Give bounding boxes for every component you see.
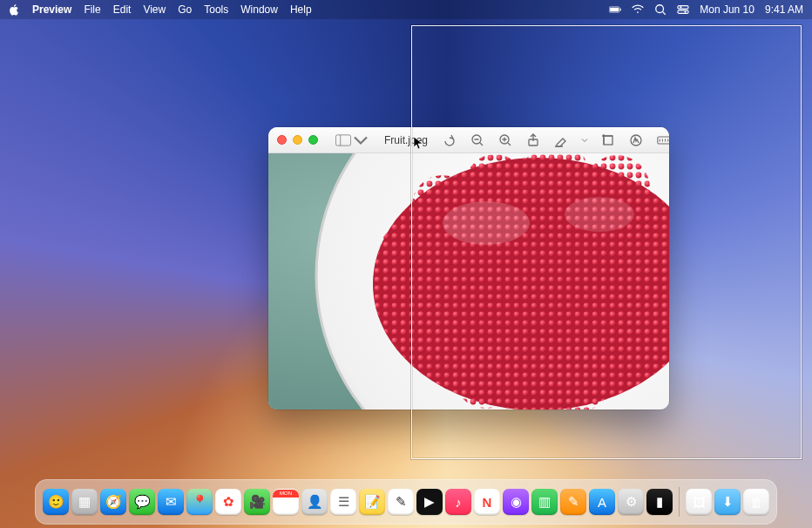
markup-button[interactable] (628, 132, 644, 148)
dock-app-photos[interactable]: ✿ (215, 489, 241, 515)
dock-app-launchpad[interactable]: ▦ (71, 489, 98, 515)
svg-rect-9 (335, 134, 350, 145)
spotlight-icon[interactable] (654, 3, 667, 16)
menu-bar: Preview File Edit View Go Tools Window H… (0, 0, 812, 19)
preview-window[interactable]: Fruit.jpeg (268, 127, 669, 410)
dock-app-music[interactable]: ♪ (445, 489, 471, 515)
svg-rect-2 (620, 9, 621, 11)
control-center-icon[interactable] (677, 3, 689, 16)
dock-app-tv[interactable]: ▶︎ (416, 489, 443, 515)
menu-edit[interactable]: Edit (113, 3, 132, 16)
dock-app-downloads[interactable]: ⬇︎ (714, 489, 741, 515)
apple-menu-icon[interactable] (9, 4, 20, 16)
svg-point-3 (656, 5, 664, 13)
svg-point-46 (394, 296, 457, 359)
dock: 🙂▦🧭💬✉︎📍✿🎥MON10👤☰📝✎▶︎♪N◉▥✎A⚙︎▮🖼⬇︎🗑 (35, 479, 777, 525)
dock-app-appstore[interactable]: A (589, 489, 615, 515)
dock-app-settings[interactable]: ⚙︎ (618, 489, 644, 515)
menu-tools[interactable]: Tools (204, 3, 228, 16)
svg-point-45 (453, 342, 519, 409)
dock-app-preview[interactable]: 🖼 (686, 489, 712, 515)
zoom-in-button[interactable] (497, 132, 513, 148)
rotate-left-button[interactable] (442, 132, 457, 148)
menu-date[interactable]: Mon Jun 10 (700, 3, 754, 16)
svg-point-6 (680, 6, 681, 8)
svg-rect-7 (678, 10, 688, 14)
dock-app-finder[interactable]: 🙂 (43, 489, 69, 515)
dock-app-podcasts[interactable]: ◉ (503, 489, 529, 515)
window-titlebar[interactable]: Fruit.jpeg (268, 127, 669, 153)
dock-app-freeform[interactable]: ✎ (388, 489, 414, 515)
svg-rect-5 (678, 6, 688, 10)
menu-view[interactable]: View (143, 3, 166, 16)
share-button[interactable] (525, 132, 541, 148)
fullscreen-button[interactable] (308, 135, 318, 145)
dock-app-calendar[interactable]: MON10 (273, 489, 299, 515)
dock-app-facetime[interactable]: 🎥 (244, 489, 270, 515)
dock-app-messages[interactable]: 💬 (129, 489, 155, 515)
menu-window[interactable]: Window (240, 3, 278, 16)
svg-line-12 (480, 143, 483, 146)
dock-app-news[interactable]: N (474, 489, 500, 515)
dock-app-pages[interactable]: ✎ (560, 489, 586, 515)
svg-point-47 (443, 201, 530, 245)
inspector-button[interactable] (656, 132, 669, 148)
svg-line-4 (663, 12, 666, 15)
svg-point-8 (685, 10, 687, 12)
highlight-button[interactable] (553, 132, 569, 148)
svg-rect-20 (604, 136, 612, 145)
svg-point-48 (565, 197, 634, 232)
crop-button[interactable] (600, 132, 616, 148)
svg-rect-1 (610, 8, 619, 12)
dock-app-numbers[interactable]: ▥ (531, 489, 558, 515)
menu-file[interactable]: File (84, 3, 100, 16)
battery-icon[interactable] (609, 3, 621, 16)
preview-toolbar (442, 132, 669, 148)
dock-app-trash[interactable]: 🗑 (743, 489, 769, 515)
close-button[interactable] (277, 135, 287, 145)
chevron-down-icon[interactable] (581, 138, 588, 143)
minimize-button[interactable] (293, 135, 302, 145)
dock-app-safari[interactable]: 🧭 (100, 489, 126, 515)
dock-app-maps[interactable]: 📍 (186, 489, 213, 515)
sidebar-toggle[interactable] (335, 134, 369, 146)
menu-go[interactable]: Go (178, 3, 192, 16)
zoom-out-button[interactable] (470, 132, 485, 148)
dock-app-notes[interactable]: 📝 (359, 489, 385, 515)
menu-help[interactable]: Help (290, 3, 312, 16)
dock-app-contacts[interactable]: 👤 (301, 489, 328, 515)
dock-app-reminders[interactable]: ☰ (330, 489, 356, 515)
svg-line-15 (508, 143, 511, 146)
dock-separator (679, 487, 680, 517)
image-viewport[interactable] (268, 153, 669, 410)
wifi-icon[interactable] (632, 3, 644, 16)
cursor-icon (414, 137, 423, 150)
dock-app-mail[interactable]: ✉︎ (158, 489, 184, 515)
dock-app-iphone-mirror[interactable]: ▮ (646, 489, 673, 515)
app-name[interactable]: Preview (32, 3, 71, 16)
menu-time[interactable]: 9:41 AM (765, 3, 803, 16)
window-controls (277, 135, 318, 145)
